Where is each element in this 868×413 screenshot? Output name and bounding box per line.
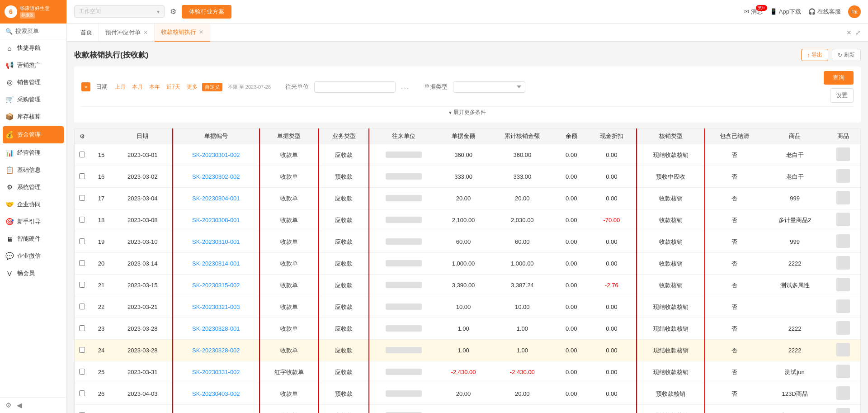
solution-button[interactable]: 体验行业方案 (182, 5, 231, 19)
cell-checkbox[interactable] (75, 383, 90, 405)
cell-partner (369, 166, 438, 188)
refresh-button[interactable]: ↻ 刷新 (832, 49, 861, 61)
cell-goods2 (826, 361, 860, 383)
cell-cancel-amount: 2,030.00 (489, 209, 556, 231)
search-icon: 🔍 (5, 28, 13, 35)
sidebar-item-inventory[interactable]: 📦 库存核算 (0, 108, 66, 125)
user-avatar[interactable]: Rit (848, 5, 861, 18)
cell-amount: 333.00 (438, 166, 489, 188)
cell-date: 2023-03-28 (113, 340, 173, 361)
sidebar-item-wechat[interactable]: 💬 企业微信 (0, 247, 66, 265)
receipt-tab-close-icon[interactable]: ✕ (199, 29, 203, 35)
settings-bottom-icon[interactable]: ⚙ (5, 401, 11, 409)
table-row: 21 2023-03-15 SK-20230315-002 收款单 应收款 3,… (75, 275, 860, 296)
cell-checkbox[interactable] (75, 209, 90, 231)
sidebar-item-system[interactable]: ⚙ 系统管理 (0, 179, 66, 196)
cell-seq: 18 (90, 209, 113, 231)
last-7days-btn[interactable]: 近7天 (165, 82, 182, 92)
chevron-down-icon: ▾ (449, 109, 452, 116)
cell-checkbox[interactable] (75, 275, 90, 296)
sidebar-item-operations[interactable]: 📊 经营管理 (0, 144, 66, 161)
filter-settings-button[interactable]: 设置 (830, 88, 854, 103)
this-month-btn[interactable]: 本月 (130, 82, 145, 92)
cell-cancel-amount: 1,000.00 (489, 253, 556, 275)
cell-balance: 0.00 (556, 361, 587, 383)
export-button[interactable]: ↑ 导出 (801, 49, 828, 61)
th-cash-discount: 现金折扣 (587, 128, 637, 144)
online-service-button[interactable]: 🎧 在线客服 (808, 8, 841, 16)
sidebar-item-guide[interactable]: 🎯 新手引导 (0, 213, 66, 230)
member-icon: V (5, 269, 14, 277)
cell-include-settled: 否 (705, 188, 764, 209)
cell-doc-no: SK-20230331-002 (173, 361, 259, 383)
sidebar-item-hardware[interactable]: 🖥 智能硬件 (0, 230, 66, 247)
this-year-btn[interactable]: 本年 (147, 82, 162, 92)
filter-toggle[interactable]: » (81, 82, 90, 91)
cell-balance: 0.00 (556, 296, 587, 318)
cell-checkbox[interactable] (75, 166, 90, 188)
data-table: ⚙ 日期 单据编号 单据类型 业务类型 往来单位 单据金额 累计核销金额 余额 … (75, 128, 860, 413)
tab-receipt-cancel[interactable]: 收款核销执行 ✕ (155, 24, 210, 42)
cell-cash-discount: 0.00 (587, 231, 637, 253)
sidebar-item-finance[interactable]: 💰 资金管理 (3, 126, 64, 143)
sales-icon: ◎ (5, 78, 14, 86)
cell-goods2 (826, 166, 860, 188)
cell-checkbox[interactable] (75, 405, 90, 413)
cell-amount: 20.00 (438, 188, 489, 209)
sidebar-item-member[interactable]: V 畅会员 (0, 265, 66, 282)
cell-checkbox[interactable] (75, 253, 90, 275)
partner-input[interactable] (314, 81, 396, 93)
sidebar-search[interactable]: 🔍 搜索菜单 (0, 24, 66, 39)
prepay-tab-label: 预付冲应付单 (105, 28, 141, 37)
cell-doc-type: 收款单 (259, 166, 319, 188)
last-month-btn[interactable]: 上月 (113, 82, 127, 92)
table-header-row: ⚙ 日期 单据编号 单据类型 业务类型 往来单位 单据金额 累计核销金额 余额 … (75, 128, 860, 144)
table-scroll[interactable]: ⚙ 日期 单据编号 单据类型 业务类型 往来单位 单据金额 累计核销金额 余额 … (75, 128, 860, 413)
cell-partner (369, 318, 438, 340)
cell-partner (369, 275, 438, 296)
cell-amount: 2,100.00 (438, 209, 489, 231)
cell-goods: 老白干 (764, 144, 826, 166)
cell-checkbox[interactable] (75, 231, 90, 253)
th-include-settled: 包含已结清 (705, 128, 764, 144)
cell-cancel-type: 现结收款核销 (637, 361, 705, 383)
expand-more-btn[interactable]: ▾ 展开更多条件 (81, 106, 854, 118)
table-row: 15 2023-03-01 SK-20230301-002 收款单 应收款 36… (75, 144, 860, 166)
hardware-icon: 🖥 (5, 235, 14, 243)
cell-biz-type: 应收款 (319, 209, 369, 231)
sidebar-item-purchase[interactable]: 🛒 采购管理 (0, 91, 66, 108)
cell-cancel-type: 预收中应收 (637, 166, 705, 188)
cell-doc-no: SK-20230321-003 (173, 296, 259, 318)
cell-checkbox[interactable] (75, 144, 90, 166)
cell-checkbox[interactable] (75, 361, 90, 383)
message-button[interactable]: ✉ 消息 99+ (744, 8, 763, 16)
gear-icon[interactable]: ⚙ (170, 7, 176, 16)
query-button[interactable]: 查询 (824, 71, 854, 85)
more-date-btn[interactable]: 更多 (185, 82, 199, 92)
custom-date-btn[interactable]: 自定义 (202, 83, 222, 91)
workspace-selector[interactable]: 工作空间 ▾ (74, 5, 165, 18)
cell-checkbox[interactable] (75, 318, 90, 340)
cell-checkbox[interactable] (75, 340, 90, 361)
cell-balance: 0.00 (556, 188, 587, 209)
maximize-icon[interactable]: ⤢ (855, 29, 861, 36)
table-row: 17 2023-03-04 SK-20230304-001 收款单 应收款 20… (75, 188, 860, 209)
doc-type-select[interactable] (453, 81, 525, 93)
th-settings: ⚙ (75, 128, 90, 144)
sidebar-item-enterprise[interactable]: 🤝 企业协同 (0, 196, 66, 213)
sidebar-item-marketing[interactable]: 📢 营销推广 (0, 57, 66, 74)
cell-include-settled: 否 (705, 253, 764, 275)
sidebar-item-sales[interactable]: ◎ 销售管理 (0, 74, 66, 91)
cell-checkbox[interactable] (75, 188, 90, 209)
tab-prepay-orders[interactable]: 预付冲应付单 ✕ (99, 24, 155, 42)
cell-checkbox[interactable] (75, 296, 90, 318)
sidebar-item-quick-nav[interactable]: ⌂ 快捷导航 (0, 39, 66, 57)
cell-goods: 测试jun (764, 361, 826, 383)
sidebar-item-basic[interactable]: 📋 基础信息 (0, 161, 66, 179)
tab-home[interactable]: 首页 (74, 24, 99, 42)
prepay-tab-close-icon[interactable]: ✕ (143, 29, 148, 36)
collapse-icon[interactable]: ◀ (17, 401, 22, 409)
sidebar: 6 畅康道好生意 标推版 🔍 搜索菜单 ⌂ 快捷导航 📢 营销推广 ◎ 销售管理… (0, 0, 67, 413)
app-download-button[interactable]: 📱 App下载 (770, 8, 801, 16)
close-window-icon[interactable]: ✕ (846, 29, 852, 36)
